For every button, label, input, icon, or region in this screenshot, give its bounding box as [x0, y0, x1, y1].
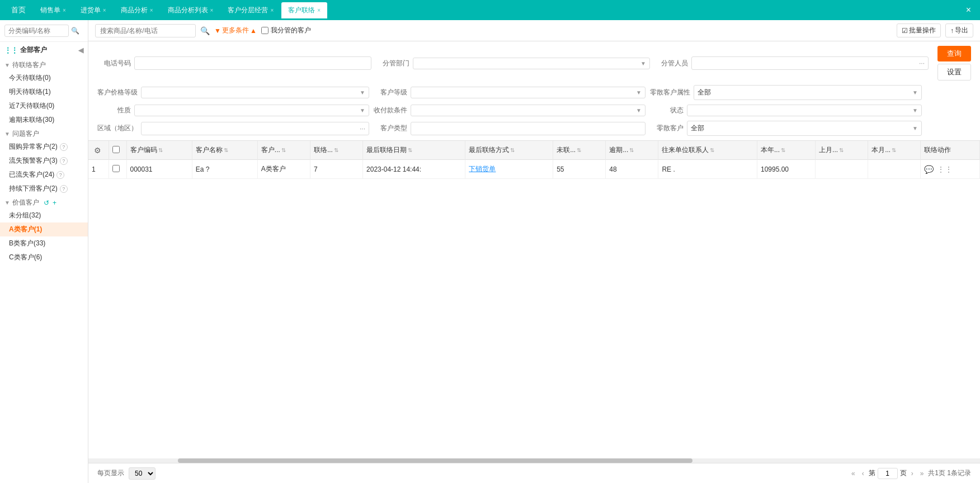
add-group-icon[interactable]: + — [53, 199, 56, 207]
manager-input[interactable]: ··· — [691, 56, 929, 70]
sidebar-item-tomorrow[interactable]: 明天待联络(1) — [0, 85, 88, 99]
sort-lm[interactable]: ⇅ — [839, 147, 844, 153]
sort-unc[interactable]: ⇅ — [577, 147, 581, 153]
next-page-btn[interactable]: › — [909, 468, 916, 479]
scrollbar-thumb[interactable] — [178, 458, 692, 463]
price-grade-select[interactable]: ▼ — [141, 87, 369, 98]
customer-grade-select[interactable]: ▼ — [411, 87, 646, 98]
more-filters-btn[interactable]: ▼ 更多条件 ▲ — [214, 26, 257, 35]
sort-ovd[interactable]: ⇅ — [629, 147, 634, 153]
sidebar-item-ungrouped[interactable]: 未分组(32) — [0, 209, 88, 222]
close-all-btn[interactable]: × — [962, 3, 976, 17]
filter-panel: 电话号码 分管部门 ▼ 分管人员 ··· — [88, 41, 980, 141]
filter-search-button[interactable]: 🔍 — [200, 26, 210, 35]
page-size-select[interactable]: 50 — [129, 467, 156, 480]
col-this-month[interactable]: 本月... ⇅ — [868, 141, 921, 160]
col-contacts[interactable]: 联络... ⇅ — [310, 141, 362, 160]
group-pending-contact[interactable]: ▼ 待联络客户 — [0, 58, 88, 71]
col-company-contact[interactable]: 往来单位联系人 ⇅ — [658, 141, 757, 160]
col-name[interactable]: 客户名称 ⇅ — [192, 141, 257, 160]
sort-tm[interactable]: ⇅ — [892, 147, 896, 153]
nav-tab-customer-contact[interactable]: 客户联络 × — [281, 2, 327, 18]
first-page-btn[interactable]: « — [849, 468, 858, 479]
all-customers-header[interactable]: ⋮⋮ 全部客户 ◀ — [0, 42, 88, 58]
region-dots[interactable]: ··· — [360, 125, 365, 132]
dept-select[interactable]: ▼ — [413, 58, 650, 69]
nav-tab-analysis-list[interactable]: 商品分析列表 × — [161, 2, 220, 18]
select-all-checkbox[interactable] — [112, 146, 120, 153]
sort-code[interactable]: ⇅ — [158, 147, 163, 153]
nav-home[interactable]: 首页 — [4, 2, 32, 18]
region-input[interactable]: ··· — [141, 122, 369, 135]
contact-method-link[interactable]: 下销货单 — [469, 165, 496, 173]
manager-dots[interactable]: ··· — [919, 59, 925, 67]
nav-tab-sales[interactable]: 销售单 × — [34, 2, 73, 18]
col-uncontacted[interactable]: 未联... ⇅ — [553, 141, 606, 160]
col-this-year[interactable]: 本年... ⇅ — [757, 141, 815, 160]
close-customer-contact-tab[interactable]: × — [317, 7, 321, 13]
sort-lcm[interactable]: ⇅ — [510, 147, 515, 153]
filter-actions: ☑ 批量操作 ↑ 导出 — [897, 23, 973, 37]
sidebar-search-icon[interactable]: 🔍 — [71, 27, 79, 35]
col-last-contact-method[interactable]: 最后联络方式 ⇅ — [465, 141, 553, 160]
sort-name[interactable]: ⇅ — [224, 147, 228, 153]
sort-contacts[interactable]: ⇅ — [334, 147, 338, 153]
settings-button[interactable]: 设置 — [937, 64, 971, 80]
export-btn[interactable]: ↑ 导出 — [945, 23, 973, 37]
col-code[interactable]: 客户编码 ⇅ — [126, 141, 192, 160]
customer-type-input[interactable] — [411, 122, 646, 135]
retail-attr-select[interactable]: 全部 ▼ — [694, 85, 922, 100]
sidebar-item-a-class[interactable]: A类客户(1) — [0, 222, 88, 236]
sidebar-item-b-class[interactable]: B类客户(33) — [0, 236, 88, 250]
sidebar-item-churned[interactable]: 已流失客户(24) ? — [0, 168, 88, 182]
dept-label: 分管部门 — [376, 59, 409, 68]
row-checkbox[interactable] — [112, 165, 120, 172]
sidebar-search-input[interactable] — [4, 25, 69, 37]
last-page-btn[interactable]: » — [918, 468, 926, 479]
nature-select[interactable]: ▼ — [134, 105, 369, 116]
close-sales-tab[interactable]: × — [63, 7, 66, 13]
sidebar-item-c-class[interactable]: C类客户(6) — [0, 250, 88, 264]
close-customer-tier-tab[interactable]: × — [270, 7, 274, 13]
col-overdue[interactable]: 逾期... ⇅ — [606, 141, 658, 160]
sort-lcd[interactable]: ⇅ — [408, 147, 412, 153]
filter-search-input[interactable] — [95, 24, 196, 37]
gear-icon[interactable]: ⚙ — [92, 146, 103, 155]
col-customer-type[interactable]: 客户... ⇅ — [257, 141, 310, 160]
nav-tab-purchase[interactable]: 进货单 × — [74, 2, 113, 18]
nav-tab-customer-tier[interactable]: 客户分层经营 × — [221, 2, 280, 18]
col-last-month[interactable]: 上月... ⇅ — [816, 141, 868, 160]
sidebar-item-churn-warning[interactable]: 流失预警客户(3) ? — [0, 154, 88, 168]
close-analysis-list-tab[interactable]: × — [210, 7, 214, 13]
sidebar-item-7days[interactable]: 近7天待联络(0) — [0, 99, 88, 113]
payment-select[interactable]: ▼ — [411, 105, 646, 116]
more-icon[interactable]: ⋮⋮ — [937, 165, 953, 174]
nav-tab-analysis[interactable]: 商品分析 × — [114, 2, 160, 18]
page-size-label: 每页显示 — [97, 468, 124, 478]
sort-ty[interactable]: ⇅ — [781, 147, 785, 153]
sort-ctype[interactable]: ⇅ — [281, 147, 286, 153]
page-input[interactable] — [878, 468, 898, 479]
close-purchase-tab[interactable]: × — [103, 7, 106, 13]
status-select[interactable]: ▼ — [687, 105, 922, 116]
sidebar-item-declining[interactable]: 持续下滑客户(2) ? — [0, 182, 88, 196]
chat-icon[interactable]: 💬 — [924, 165, 934, 174]
horizontal-scrollbar[interactable] — [88, 458, 980, 463]
my-customers-checkbox[interactable] — [261, 27, 268, 34]
query-button[interactable]: 查询 — [937, 46, 971, 61]
my-customers-filter[interactable]: 我分管的客户 — [261, 26, 311, 35]
refresh-icon[interactable]: ↺ — [44, 199, 49, 207]
collapse-sidebar-btn[interactable]: ◀ — [78, 46, 83, 54]
col-last-contact-date[interactable]: 最后联络日期 ⇅ — [363, 141, 465, 160]
sidebar-item-today[interactable]: 今天待联络(0) — [0, 71, 88, 85]
sidebar-item-overdue[interactable]: 逾期未联络(30) — [0, 113, 88, 127]
group-problem-customers[interactable]: ▼ 问题客户 — [0, 127, 88, 140]
sort-cc[interactable]: ⇅ — [710, 147, 714, 153]
prev-page-btn[interactable]: ‹ — [860, 468, 866, 479]
phone-input[interactable] — [134, 56, 371, 70]
sidebar-item-hoarding[interactable]: 囤购异常客户(2) ? — [0, 140, 88, 154]
batch-op-btn[interactable]: ☑ 批量操作 — [897, 23, 941, 37]
retail-customer-select[interactable]: 全部 ▼ — [687, 121, 922, 136]
close-analysis-tab[interactable]: × — [150, 7, 153, 13]
group-value-customers[interactable]: ▼ 价值客户 ↺ + — [0, 196, 88, 209]
